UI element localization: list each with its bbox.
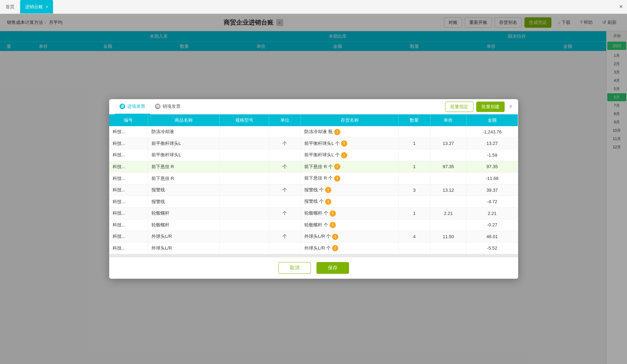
th-amount: 金额: [467, 114, 518, 126]
cell-spec: [220, 138, 269, 149]
warn-icon: !: [334, 164, 340, 170]
th-qty: 数量: [399, 114, 430, 126]
cell-spec: [220, 207, 269, 219]
cell-unit: 个: [269, 138, 301, 149]
table-row: 科技... 轮毂螺杆 个 轮毂螺杆 个! 1 2.21 2.21: [109, 207, 518, 219]
table-row: 科技... 轮毂螺杆 轮毂螺杆 个! -0.27: [109, 219, 518, 231]
scroll-hint: [109, 254, 518, 257]
batch-assign-button[interactable]: 批量指定: [445, 101, 473, 112]
th-id: 编号: [109, 114, 148, 126]
warn-icon: !: [332, 245, 338, 251]
cell-price: [430, 126, 466, 138]
cell-price: [430, 196, 466, 208]
cell-qty: 1: [399, 207, 430, 219]
cell-spec: [220, 149, 269, 161]
cell-amount: 39.37: [467, 184, 518, 196]
cell-qty: [399, 126, 430, 138]
dialog-header-actions: 批量指定 批量创建: [445, 101, 505, 112]
cell-amount: -1,243.76: [467, 126, 518, 138]
cell-unit: [269, 219, 301, 231]
cell-id: 科技...: [109, 231, 148, 242]
cell-name: 前平衡杆球头L: [148, 149, 219, 161]
cell-price: [430, 242, 466, 254]
cell-amount: 46.01: [467, 231, 518, 242]
cell-amount: 97.35: [467, 161, 518, 173]
th-unit: 单位: [269, 114, 301, 126]
cell-qty: [399, 219, 430, 231]
cell-id: 科技...: [109, 161, 148, 173]
cell-spec: [220, 126, 269, 138]
cell-name: 报警线: [148, 196, 219, 208]
cell-spec: [220, 173, 269, 184]
cancel-button[interactable]: 取消: [278, 262, 311, 274]
cell-price: [430, 219, 466, 231]
tab-in-icon: 进: [120, 103, 125, 109]
cell-amount: -5.52: [467, 242, 518, 254]
cell-amount: -0.27: [467, 219, 518, 231]
cell-inventory: 轮毂螺杆 个!: [301, 219, 399, 231]
warn-icon: !: [341, 140, 347, 147]
cell-spec: [220, 242, 269, 254]
cell-name: 前下悬挂 R: [148, 173, 219, 184]
cell-amount: -1.59: [467, 149, 518, 161]
cell-unit: 个: [269, 231, 301, 242]
tab-out-icon: 销: [155, 103, 160, 109]
table-header-row: 编号 商品名称 规格型号 单位 存货名称 数量 单价 金额: [109, 114, 518, 126]
tab-outgoing-invoice[interactable]: 销 销项发票: [150, 99, 185, 114]
cell-price: 2.21: [430, 207, 466, 219]
ledger-tab-label: 进销台账: [25, 4, 43, 10]
tab-incoming-invoice[interactable]: 进 进项发票: [115, 99, 150, 114]
cell-qty: 1: [399, 161, 430, 173]
cell-id: 科技...: [109, 126, 148, 138]
cell-unit: 个: [269, 161, 301, 173]
cell-price: [430, 149, 466, 161]
cell-amount: 2.21: [467, 207, 518, 219]
cell-id: 科技...: [109, 138, 148, 149]
tab-in-label: 进项发票: [127, 103, 145, 109]
cell-name: 外球头L/R: [148, 231, 219, 242]
cell-unit: [269, 173, 301, 184]
dialog-header: 进 进项发票 销 销项发票 批量指定 批量创建 ×: [109, 99, 518, 114]
table-row: 科技... 前平衡杆球头L 前平衡杆球头L 个! -1.59: [109, 149, 518, 161]
cell-spec: [220, 196, 269, 208]
cell-amount: 13.27: [467, 138, 518, 149]
warn-icon: !: [330, 210, 336, 216]
cell-spec: [220, 219, 269, 231]
cell-id: 科技...: [109, 219, 148, 231]
ledger-tab[interactable]: 进销台账 ×: [20, 0, 53, 14]
cell-spec: [220, 231, 269, 242]
cell-price: 13.12: [430, 184, 466, 196]
cell-price: 13.27: [430, 138, 466, 149]
invoice-dialog: 进 进项发票 销 销项发票 批量指定 批量创建 × 编号 商品名称 规格型号: [109, 99, 518, 279]
cell-unit: [269, 196, 301, 208]
table-row: 科技... 外球头L/R 外球头L/R 个! -5.52: [109, 242, 518, 254]
cell-inventory: 报警线 个!: [301, 196, 399, 208]
th-price: 单价: [430, 114, 466, 126]
warn-icon: !: [325, 187, 331, 193]
table-row: 科技... 前下悬挂 R 前下悬挂 R 个! -11.68: [109, 173, 518, 184]
save-button[interactable]: 保存: [316, 262, 349, 274]
cell-qty: [399, 196, 430, 208]
dialog-table-wrap[interactable]: 编号 商品名称 规格型号 单位 存货名称 数量 单价 金额 科技... 防冻冷却…: [109, 114, 518, 257]
home-tab[interactable]: 首页: [0, 0, 20, 14]
cell-inventory: 前平衡杆球头L 个!: [301, 149, 399, 161]
cell-qty: [399, 242, 430, 254]
home-label: 首页: [6, 4, 15, 10]
cell-name: 轮毂螺杆: [148, 207, 219, 219]
cell-inventory: 外球头L/R 个!: [301, 231, 399, 242]
cell-unit: [269, 242, 301, 254]
cell-id: 科技...: [109, 196, 148, 208]
cell-qty: 3: [399, 184, 430, 196]
batch-create-button[interactable]: 批量创建: [476, 101, 505, 112]
dialog-close-button[interactable]: ×: [509, 103, 513, 110]
cell-amount: -11.68: [467, 173, 518, 184]
cell-name: 前下悬挂 R: [148, 161, 219, 173]
close-tab-icon[interactable]: ×: [46, 5, 48, 9]
window-close-button[interactable]: ×: [619, 3, 623, 10]
cell-name: 防冻冷却液: [148, 126, 219, 138]
main-page: 销售成本计算方法： 月平均 商贸企业进销台账 ≡ 对账 重新开账 存货别名 生成…: [0, 14, 627, 364]
cell-id: 科技...: [109, 173, 148, 184]
top-bar: 首页 进销台账 × ×: [0, 0, 627, 14]
cell-inventory: 前下悬挂 R 个!: [301, 161, 399, 173]
th-spec: 规格型号: [220, 114, 269, 126]
